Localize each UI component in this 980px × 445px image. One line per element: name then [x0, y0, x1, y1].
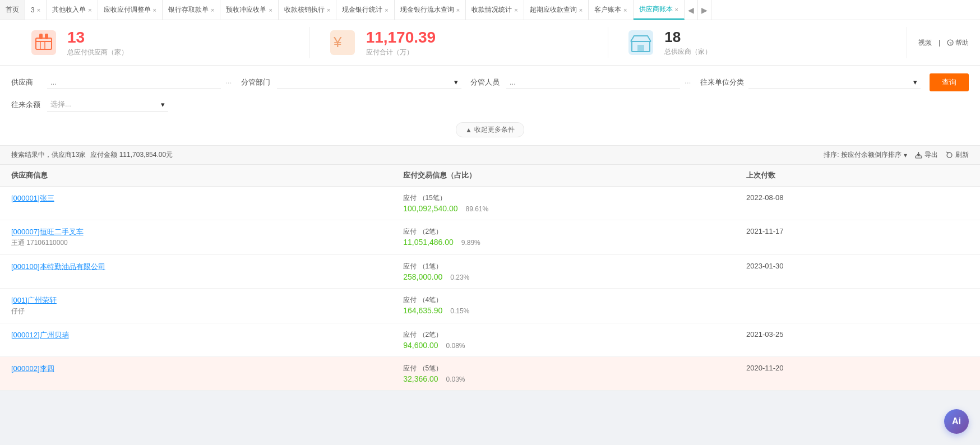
- close-tab-receipt-verify[interactable]: ×: [327, 7, 330, 13]
- close-tab-cash-flow-query[interactable]: ×: [456, 7, 460, 13]
- nav-tab-receipt-verify[interactable]: 收款核销执行 ×: [279, 0, 336, 20]
- close-tab-customer-ledger[interactable]: ×: [623, 7, 627, 13]
- supplier-link[interactable]: [000012]广州贝瑞: [11, 331, 69, 339]
- supplier-link[interactable]: [001]广州荣轩: [11, 296, 57, 304]
- export-label: 导出: [924, 150, 938, 160]
- help-link[interactable]: ? 帮助: [947, 38, 969, 48]
- summary-number-3: 18: [664, 29, 890, 46]
- pay-amount[interactable]: 94,600.00: [403, 341, 438, 350]
- nav-tab-bank-deposit-label: 银行存取款单: [168, 5, 209, 15]
- collapse-button[interactable]: ▲ 收起更多条件: [456, 122, 524, 137]
- nav-tab-3[interactable]: 3 ×: [25, 0, 47, 20]
- close-tab-cash-bank-stat[interactable]: ×: [385, 7, 388, 13]
- video-link[interactable]: 视频: [918, 38, 932, 48]
- supplier-icon-2: ¥: [327, 27, 358, 58]
- summary-text-2: 11,170.39 应付合计（万）: [366, 28, 591, 58]
- last-date-cell: 2022-08-08: [735, 187, 980, 220]
- results-summary-text: 搜索结果中，供应商13家: [11, 150, 86, 160]
- nav-tab-overdue-ar-label: 超期应收款查询: [530, 5, 577, 15]
- supplier-more-icon[interactable]: ···: [225, 78, 232, 87]
- nav-tab-3-label: 3: [31, 6, 35, 14]
- last-date-cell: 2023-01-30: [735, 255, 980, 289]
- nav-tab-overdue-ar[interactable]: 超期应收款查询 ×: [524, 0, 589, 20]
- dept-select[interactable]: ▾: [277, 76, 462, 89]
- nav-tab-receipt-stat[interactable]: 收款情况统计 ×: [466, 0, 524, 20]
- close-tab-3[interactable]: ×: [37, 7, 40, 13]
- refresh-button[interactable]: 刷新: [946, 150, 969, 160]
- person-label: 分管人员: [470, 77, 502, 87]
- svg-text:¥: ¥: [333, 34, 342, 50]
- pay-amount[interactable]: 164,635.90: [403, 306, 442, 315]
- nav-tab-ar-ap-adjust[interactable]: 应收应付调整单 ×: [98, 0, 163, 20]
- summary-label-3: 总供应商（家）: [664, 47, 890, 57]
- filter-supplier: 供应商 ···: [11, 76, 232, 89]
- nav-tab-customer-ledger[interactable]: 客户账本 ×: [589, 0, 633, 20]
- dept-label: 分管部门: [241, 77, 272, 87]
- nav-tab-supplier-ledger[interactable]: 供应商账本 ×: [634, 0, 685, 20]
- nav-next-arrow[interactable]: ▶: [698, 0, 711, 20]
- supplier-link[interactable]: [000100]本特勤油品有限公司: [11, 262, 105, 271]
- nav-tab-home[interactable]: 首页: [0, 0, 25, 20]
- pay-label: 应付 （5笔）: [403, 364, 724, 373]
- summary-text-1: 13 总应付供应商（家）: [67, 28, 293, 58]
- table-row: [000012]广州贝瑞 应付 （2笔） 94,600.00 0.08% 202…: [0, 323, 980, 357]
- pay-amount[interactable]: 258,000.00: [403, 272, 442, 281]
- supplier-input[interactable]: [47, 76, 221, 89]
- summary-label-2: 应付合计（万）: [366, 48, 591, 57]
- table-row: [000001]张三 应付 （15笔） 100,092,540.00 89.61…: [0, 187, 980, 220]
- pay-info-cell: 应付 （15笔） 100,092,540.00 89.61%: [392, 187, 735, 220]
- nav-tab-cash-bank-stat[interactable]: 现金银行统计 ×: [336, 0, 394, 20]
- refresh-label: 刷新: [955, 150, 969, 160]
- supplier-cell: [001]广州荣轩仔仔: [0, 289, 392, 323]
- category-select[interactable]: ▾: [748, 76, 921, 89]
- balance-select-value: 选择...: [50, 99, 71, 109]
- pay-amount[interactable]: 11,051,486.00: [403, 238, 454, 247]
- pay-info-cell: 应付 （4笔） 164,635.90 0.15%: [392, 289, 735, 323]
- sort-button[interactable]: 排序: 按应付余额倒序排序 ▾: [824, 150, 907, 160]
- summary-text-3: 18 总供应商（家）: [664, 29, 890, 57]
- svg-rect-5: [39, 34, 43, 39]
- balance-select[interactable]: 选择... ▾: [47, 97, 168, 112]
- close-tab-receipt-stat[interactable]: ×: [514, 7, 517, 13]
- supplier-link[interactable]: [000002]李四: [11, 364, 54, 373]
- close-tab-advance-ar[interactable]: ×: [269, 7, 272, 13]
- supplier-link[interactable]: [000007]恒旺二手叉车: [11, 228, 84, 236]
- table-header: 供应商信息 应付交易信息（占比） 上次付数: [0, 165, 980, 187]
- collapse-button-label: 收起更多条件: [474, 125, 515, 135]
- nav-tab-cash-flow-query[interactable]: 现金银行流水查询 ×: [395, 0, 466, 20]
- table-row: [001]广州荣轩仔仔 应付 （4笔） 164,635.90 0.15%: [0, 289, 980, 323]
- close-tab-overdue-ar[interactable]: ×: [579, 7, 583, 13]
- close-tab-supplier-ledger[interactable]: ×: [675, 6, 678, 13]
- close-tab-other-income[interactable]: ×: [88, 7, 91, 13]
- nav-tab-ar-ap-adjust-label: 应收应付调整单: [104, 5, 151, 15]
- close-tab-ar-ap-adjust[interactable]: ×: [153, 7, 156, 13]
- supplier-link[interactable]: [000001]张三: [11, 194, 54, 202]
- filter-person: 分管人员 ···: [470, 76, 691, 89]
- category-label: 往来单位分类: [700, 77, 744, 87]
- nav-tab-other-income[interactable]: 其他收入单 ×: [47, 0, 98, 20]
- person-input[interactable]: [506, 76, 680, 89]
- nav-tab-advance-ar[interactable]: 预收冲应收单 ×: [220, 0, 278, 20]
- person-more-icon[interactable]: ···: [685, 78, 691, 87]
- pay-amount[interactable]: 100,092,540.00: [403, 204, 457, 213]
- last-pay-date: 2021-11-17: [746, 227, 784, 235]
- supplier-cell: [000100]本特勤油品有限公司: [0, 255, 392, 289]
- pay-info-cell: 应付 （5笔） 32,366.00 0.03%: [392, 357, 735, 391]
- sort-icon: ▾: [904, 151, 907, 159]
- export-button[interactable]: 导出: [915, 150, 938, 160]
- last-pay-date: 2022-08-08: [746, 193, 784, 202]
- pay-info-cell: 应付 （1笔） 258,000.00 0.23%: [392, 255, 735, 289]
- supplier-cell: [000007]恒旺二手叉车王通 17106110000: [0, 220, 392, 255]
- table-row: [000100]本特勤油品有限公司 应付 （1笔） 258,000.00 0.2…: [0, 255, 980, 289]
- summary-item-3: 18 总供应商（家）: [608, 27, 907, 58]
- nav-tab-advance-ar-label: 预收冲应收单: [226, 5, 266, 15]
- close-tab-bank-deposit[interactable]: ×: [211, 7, 214, 13]
- filter-balance: 往来余额 选择... ▾: [11, 97, 168, 112]
- svg-rect-0: [31, 30, 56, 55]
- pay-amount[interactable]: 32,366.00: [403, 374, 438, 383]
- search-button[interactable]: 查询: [930, 73, 969, 91]
- table-body: [000001]张三 应付 （15笔） 100,092,540.00 89.61…: [0, 187, 980, 391]
- nav-prev-arrow[interactable]: ◀: [685, 0, 698, 20]
- pay-percent: 89.61%: [466, 205, 489, 213]
- nav-tab-bank-deposit[interactable]: 银行存取款单 ×: [163, 0, 220, 20]
